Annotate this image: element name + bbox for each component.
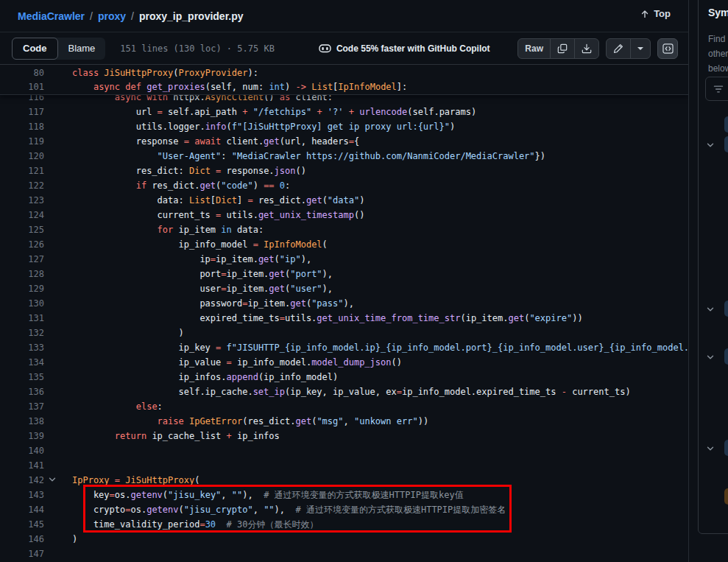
line-number[interactable]: 131 [0, 311, 44, 326]
line-number[interactable]: 121 [0, 164, 44, 178]
code-line: 144 crypto=os.getenv("jisu_crypto", ""),… [0, 502, 688, 517]
line-number[interactable]: 139 [0, 429, 44, 443]
symbols-filter-input[interactable] [705, 77, 728, 101]
breadcrumb: MediaCrawler / proxy / proxy_ip_provider… [0, 0, 688, 32]
chevron-down-icon[interactable] [705, 352, 715, 362]
file-toolbar: Code Blame 151 lines (130 loc) · 5.75 KB… [0, 32, 688, 65]
code-line: 119 response = await client.get(url, hea… [0, 134, 688, 149]
code-text: current_ts = utils.get_unix_timestamp() [44, 208, 688, 222]
code-text: password=ip_item.get("pass"), [44, 296, 688, 311]
code-line: 138 raise IpGetError(res_dict.get("msg",… [0, 414, 688, 429]
file-view-column: MediaCrawler / proxy / proxy_ip_provider… [0, 0, 689, 562]
download-icon[interactable] [574, 39, 598, 58]
line-number[interactable]: 135 [0, 370, 44, 384]
code-line: 80class JiSuHttpProxy(ProxyProvider): [0, 66, 688, 80]
symbols-description-line: Find [708, 32, 728, 46]
tab-code[interactable]: Code [12, 38, 58, 60]
edit-pencil-icon[interactable] [607, 39, 630, 58]
code-viewer: 116 async with httpx.AsyncClient() as cl… [0, 65, 688, 562]
line-number[interactable]: 141 [0, 458, 44, 473]
line-number[interactable]: 127 [0, 252, 44, 267]
symbol-tree-row[interactable] [699, 348, 728, 366]
copy-icon[interactable] [550, 39, 574, 58]
symbols-description-line: below [708, 61, 728, 76]
line-number[interactable]: 130 [0, 296, 44, 311]
symbol-tree-row[interactable] [699, 301, 728, 318]
code-text: response = await client.get(url, headers… [44, 134, 688, 149]
line-number[interactable]: 133 [0, 340, 44, 355]
line-number[interactable]: 143 [0, 488, 44, 502]
line-number[interactable]: 119 [0, 134, 44, 149]
line-number[interactable]: 126 [0, 237, 44, 252]
chevron-down-icon[interactable] [705, 140, 715, 150]
line-number[interactable]: 146 [0, 532, 44, 547]
symbol-tree-row[interactable] [699, 440, 728, 457]
code-line: 124 current_ts = utils.get_unix_timestam… [0, 208, 688, 222]
breadcrumb-repo-link[interactable]: MediaCrawler [18, 10, 85, 22]
code-text: ) [44, 326, 688, 340]
breadcrumb-filename: proxy_ip_provider.py [139, 10, 244, 22]
code-line: 147 [0, 547, 688, 561]
code-text: async def get_proxies(self, num: int) ->… [44, 80, 688, 94]
breadcrumb-folder-link[interactable]: proxy [98, 10, 126, 22]
code-line: 132 ) [0, 326, 688, 340]
symbol-kind-badge [724, 116, 728, 133]
code-text: class JiSuHttpProxy(ProxyProvider): [44, 66, 688, 80]
line-number[interactable]: 80 [0, 66, 44, 80]
symbol-tree-row[interactable] [699, 488, 728, 506]
code-line: 130 password=ip_item.get("pass"), [0, 296, 688, 311]
line-number[interactable]: 129 [0, 281, 44, 296]
line-number[interactable]: 142 [0, 473, 44, 488]
line-number[interactable]: 120 [0, 149, 44, 164]
code-text: ) [44, 532, 688, 547]
code-text: utils.logger.info(f"[JiSuHttpProxy] get … [44, 119, 688, 134]
code-text [44, 547, 688, 561]
line-number[interactable]: 125 [0, 222, 44, 237]
edit-dropdown-caret-icon[interactable] [630, 39, 650, 58]
line-number[interactable]: 101 [0, 80, 44, 94]
code-line: 101 async def get_proxies(self, num: int… [0, 80, 688, 94]
code-line: 117 url = self.api_path + "/fetchips" + … [0, 105, 688, 119]
copilot-logo-icon [319, 43, 331, 54]
symbol-tree-row[interactable] [699, 136, 728, 154]
code-line: 122 if res_dict.get("code") == 0: [0, 178, 688, 193]
tab-blame[interactable]: Blame [58, 38, 106, 60]
line-number[interactable]: 118 [0, 119, 44, 134]
line-number[interactable]: 117 [0, 105, 44, 119]
collapse-chevron-icon[interactable] [47, 474, 57, 485]
code-text: key=os.getenv("jisu_key", ""), # 通过环境变量的… [44, 488, 688, 502]
code-text: url = self.api_path + "/fetchips" + '?' … [44, 105, 688, 119]
symbols-panel-toggle[interactable] [657, 38, 678, 59]
line-number[interactable]: 140 [0, 443, 44, 458]
line-number[interactable]: 136 [0, 384, 44, 399]
line-number[interactable]: 134 [0, 355, 44, 370]
code-line: 126 ip_info_model = IpInfoModel( [0, 237, 688, 252]
symbol-tree-row[interactable] [699, 116, 728, 134]
line-number[interactable]: 138 [0, 414, 44, 429]
line-number[interactable]: 144 [0, 502, 44, 517]
code-line: 135 ip_infos.append(ip_info_model) [0, 370, 688, 384]
code-text [44, 443, 688, 458]
line-number[interactable]: 145 [0, 517, 44, 532]
line-number[interactable]: 147 [0, 547, 44, 561]
line-number[interactable]: 124 [0, 208, 44, 222]
code-text: self.ip_cache.set_ip(ip_key, ip_value, e… [44, 384, 688, 399]
code-line: 134 ip_value = ip_info_model.model_dump_… [0, 355, 688, 370]
line-number[interactable]: 122 [0, 178, 44, 193]
code-text: ip_info_model = IpInfoModel( [44, 237, 688, 252]
line-number[interactable]: 137 [0, 399, 44, 414]
copilot-banner[interactable]: Code 55% faster with GitHub Copilot [319, 43, 490, 54]
code-text: raise IpGetError(res_dict.get("msg", "un… [44, 414, 688, 429]
line-number[interactable]: 128 [0, 267, 44, 281]
back-to-top-button[interactable]: Top [640, 8, 671, 19]
raw-button[interactable]: Raw [518, 39, 550, 58]
chevron-down-icon[interactable] [705, 304, 715, 315]
code-text: ip_infos.append(ip_info_model) [44, 370, 688, 384]
line-number[interactable]: 123 [0, 193, 44, 208]
filter-icon [713, 85, 724, 94]
breadcrumb-separator: / [131, 10, 134, 22]
sticky-context-header: 80class JiSuHttpProxy(ProxyProvider):101… [0, 65, 688, 95]
code-blame-switch: Code Blame [12, 38, 105, 60]
chevron-down-icon[interactable] [705, 443, 715, 454]
line-number[interactable]: 132 [0, 326, 44, 340]
